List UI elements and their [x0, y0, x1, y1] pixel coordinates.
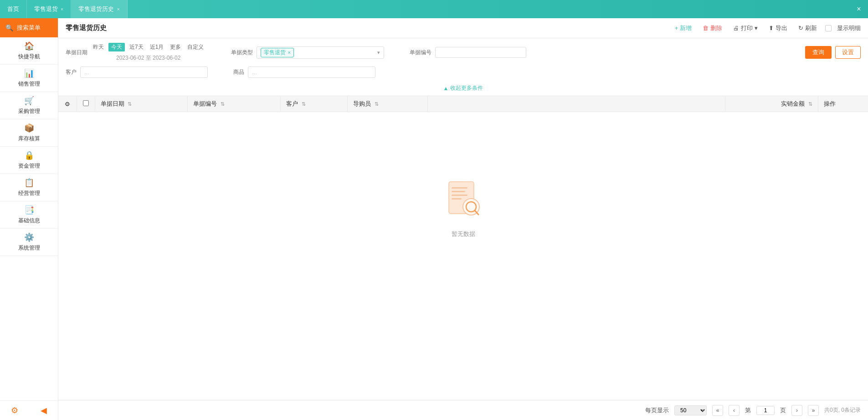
- sidebar-item-system[interactable]: ⚙️ 系统管理: [0, 229, 58, 256]
- refresh-icon: ↻: [798, 25, 803, 31]
- th-spacer: [427, 96, 725, 112]
- operation-icon: 📋: [24, 178, 34, 188]
- page-header: 零售退货历史 + 新增 🗑 删除 🖨 打印 ▾ ⬆ 导出: [58, 18, 868, 38]
- sort-no-icon: ⇅: [221, 101, 225, 107]
- query-button[interactable]: 查询: [805, 46, 832, 59]
- filter-bill-type: 单据类型 零售退货 × ▾: [231, 46, 384, 59]
- page-next-button[interactable]: ›: [791, 405, 802, 416]
- date-more[interactable]: 更多: [168, 43, 183, 51]
- date-today[interactable]: 今天: [108, 43, 125, 51]
- collapse-button[interactable]: ▲ 收起更多条件: [443, 84, 483, 92]
- new-button[interactable]: + 新增: [672, 22, 694, 34]
- print-button[interactable]: 🖨 打印 ▾: [730, 22, 760, 34]
- customer-select[interactable]: ...: [80, 67, 208, 78]
- date-yesterday[interactable]: 昨天: [91, 43, 106, 51]
- bill-type-select[interactable]: 零售退货 × ▾: [257, 46, 384, 59]
- sidebar: 🔍 搜索菜单 🏠 快捷导航 📊 销售管理 🛒 采购管理 📦 库存核算 🔒 资金管…: [0, 18, 58, 420]
- settings-bottom-icon[interactable]: ⚙: [11, 405, 18, 415]
- print-chevron-icon: ▾: [755, 25, 758, 31]
- empty-text: 暂无数据: [452, 230, 475, 238]
- refresh-button[interactable]: ↻ 刷新: [796, 22, 820, 34]
- filter-goods: 商品 ...: [233, 67, 375, 78]
- setting-button[interactable]: 设置: [835, 46, 861, 59]
- page-size-label: 每页显示: [645, 406, 669, 415]
- bill-type-tag-close[interactable]: ×: [288, 50, 290, 55]
- date-1month[interactable]: 近1月: [148, 43, 166, 51]
- th-amount[interactable]: 实销金额 ⇅: [725, 96, 818, 112]
- date-7days[interactable]: 近7天: [128, 43, 145, 51]
- page-input[interactable]: [756, 406, 775, 415]
- gear-icon: ⚙: [65, 101, 70, 108]
- date-shortcuts: 昨天 今天 近7天 近1月 更多 自定义: [91, 43, 205, 51]
- page-prev-button[interactable]: ‹: [729, 405, 740, 416]
- svg-rect-1: [452, 187, 467, 189]
- sidebar-item-operation[interactable]: 📋 经营管理: [0, 174, 58, 201]
- th-no[interactable]: 单据编号 ⇅: [188, 96, 281, 112]
- th-gear[interactable]: ⚙: [58, 96, 77, 112]
- system-icon: ⚙️: [24, 232, 34, 242]
- sidebar-item-purchase[interactable]: 🛒 采购管理: [0, 92, 58, 119]
- date-custom[interactable]: 自定义: [185, 43, 205, 51]
- date-group: 昨天 今天 近7天 近1月 更多 自定义 2023-06-02 至 2023-0…: [91, 43, 205, 62]
- sidebar-item-sales[interactable]: 📊 销售管理: [0, 65, 58, 92]
- bill-type-tag: 零售退货 ×: [261, 48, 293, 57]
- th-guide[interactable]: 导购员 ⇅: [348, 96, 427, 112]
- tab-return-history-close-icon[interactable]: ×: [117, 6, 119, 12]
- empty-illustration: [441, 177, 486, 223]
- filter-area: 单据日期 昨天 今天 近7天 近1月 更多 自定义 2023-06-02 至 2…: [58, 38, 868, 96]
- inventory-icon: 📦: [24, 123, 34, 133]
- action-buttons: 查询 设置: [805, 46, 861, 59]
- select-all-checkbox[interactable]: [83, 100, 89, 106]
- filter-bill-no: 单据编号: [410, 47, 526, 58]
- sidebar-item-inventory[interactable]: 📦 库存核算: [0, 119, 58, 147]
- sidebar-item-quick-nav[interactable]: 🏠 快捷导航: [0, 37, 58, 65]
- main-layout: 🔍 搜索菜单 🏠 快捷导航 📊 销售管理 🛒 采购管理 📦 库存核算 🔒 资金管…: [0, 18, 868, 420]
- finance-icon: 🔒: [24, 150, 34, 160]
- sales-icon: 📊: [24, 68, 34, 78]
- svg-rect-2: [452, 191, 465, 192]
- pagination-info: 共0页, 0条记录: [824, 406, 861, 414]
- th-actions: 操作: [818, 96, 868, 112]
- empty-state: 暂无数据: [58, 112, 868, 303]
- th-customer[interactable]: 客户 ⇅: [281, 96, 348, 112]
- filter-row-1: 单据日期 昨天 今天 近7天 近1月 更多 自定义 2023-06-02 至 2…: [66, 43, 861, 62]
- tab-return-close-icon[interactable]: ×: [61, 6, 63, 12]
- page-label: 第: [745, 406, 751, 415]
- export-button[interactable]: ⬆ 导出: [766, 22, 790, 34]
- purchase-icon: 🛒: [24, 96, 34, 106]
- tab-return[interactable]: 零售退货 ×: [27, 0, 71, 18]
- delete-button[interactable]: 🗑 删除: [700, 22, 725, 34]
- sort-customer-icon: ⇅: [302, 101, 306, 107]
- page-size-wrapper: 20 50 100 200 ▾: [674, 405, 707, 415]
- page-first-button[interactable]: «: [712, 405, 723, 416]
- goods-select[interactable]: ...: [248, 67, 375, 78]
- bill-type-chevron-icon: ▾: [377, 50, 380, 56]
- sidebar-bottom: ⚙ ◀: [0, 400, 58, 420]
- tab-home[interactable]: 首页: [0, 0, 27, 18]
- page-last-button[interactable]: »: [808, 405, 819, 416]
- basic-info-icon: 📑: [24, 205, 34, 215]
- content-area: 零售退货历史 + 新增 🗑 删除 🖨 打印 ▾ ⬆ 导出: [58, 18, 868, 420]
- collapse-sidebar-icon[interactable]: ◀: [41, 405, 47, 415]
- bill-no-input[interactable]: [435, 47, 526, 58]
- top-bar: 首页 零售退货 × 零售退货历史 × ×: [0, 0, 868, 18]
- header-actions: + 新增 🗑 删除 🖨 打印 ▾ ⬆ 导出 ↻ 刷新: [672, 22, 861, 34]
- sidebar-search[interactable]: 🔍 搜索菜单: [0, 18, 58, 37]
- sort-date-icon: ⇅: [128, 101, 132, 107]
- tab-return-history[interactable]: 零售退货历史 ×: [71, 0, 127, 18]
- show-detail-checkbox[interactable]: [825, 25, 832, 31]
- th-check[interactable]: [77, 96, 95, 112]
- collapse-bar[interactable]: ▲ 收起更多条件: [66, 82, 861, 96]
- print-icon: 🖨: [733, 25, 739, 31]
- sort-amount-icon: ⇅: [808, 101, 812, 107]
- window-close-button[interactable]: ×: [850, 0, 868, 18]
- export-icon: ⬆: [769, 25, 774, 31]
- svg-rect-3: [452, 195, 467, 196]
- sidebar-item-basic-info[interactable]: 📑 基础信息: [0, 201, 58, 229]
- sidebar-item-finance[interactable]: 🔒 资金管理: [0, 147, 58, 174]
- date-range-display: 2023-06-02 至 2023-06-02: [116, 54, 180, 62]
- home-icon: 🏠: [24, 41, 34, 51]
- page-size-select[interactable]: 20 50 100 200: [674, 405, 707, 415]
- table-wrapper: ⚙ 单据日期 ⇅ 单据编号 ⇅: [58, 96, 868, 400]
- th-date[interactable]: 单据日期 ⇅: [95, 96, 188, 112]
